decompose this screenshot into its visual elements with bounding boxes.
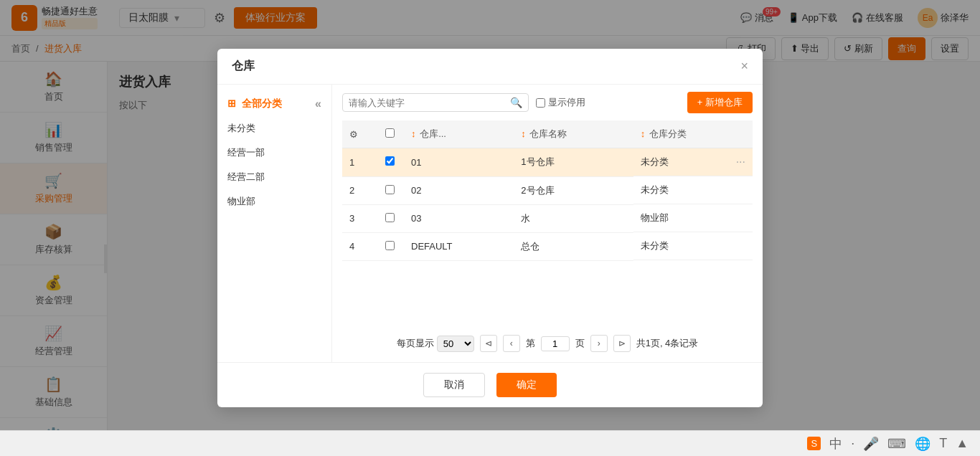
row-checkbox-cell [378, 176, 404, 204]
text-icon[interactable]: T [939, 436, 947, 451]
row-code: 02 [404, 176, 514, 204]
row-checkbox-cell [378, 232, 404, 260]
warehouse-table: ⚙ ↕ 仓库... ↕ [342, 120, 753, 261]
category-item-property[interactable]: 物业部 [217, 189, 331, 214]
all-categories-label: 全部分类 [242, 98, 282, 109]
category-item-operations1[interactable]: 经营一部 [217, 141, 331, 165]
row-code: 03 [404, 204, 514, 232]
modal-title: 仓库 [232, 59, 255, 74]
modal-overlay: 仓库 × ⊞ 全部分类 « 未分类 经营一部 [0, 0, 980, 456]
sort-icon: ↕ [411, 128, 416, 139]
row-name: 2号仓库 [514, 176, 633, 204]
row-checkbox[interactable] [385, 241, 395, 250]
collapse-icon[interactable]: « [315, 98, 321, 110]
bottom-bar: S 中 · 🎤 ⌨ 🌐 T ▲ [0, 430, 980, 456]
table-panel: 🔍 显示停用 + 新增仓库 ⚙ [332, 85, 763, 362]
category-panel: ⊞ 全部分类 « 未分类 经营一部 经营二部 物业部 [217, 85, 332, 362]
sort-icon: ↕ [521, 128, 526, 139]
modal-body: ⊞ 全部分类 « 未分类 经营一部 经营二部 物业部 [217, 85, 763, 362]
row-code: DEFAULT [404, 232, 514, 260]
next-page-button[interactable]: › [590, 335, 608, 352]
row-number: 1 [342, 148, 378, 177]
row-number: 4 [342, 232, 378, 260]
show-disabled-checkbox[interactable] [536, 98, 545, 108]
prev-page-button[interactable]: ‹ [503, 335, 520, 352]
row-checkbox[interactable] [385, 156, 395, 166]
col-settings: ⚙ [342, 120, 378, 148]
col-category: ↕ 仓库分类 [633, 120, 753, 148]
row-code: 01 [404, 148, 514, 177]
modal-footer: 取消 确定 [217, 362, 763, 407]
show-disabled-label[interactable]: 显示停用 [536, 96, 585, 109]
keyboard-icon[interactable]: ⌨ [887, 436, 906, 452]
category-item-operations2[interactable]: 经营二部 [217, 165, 331, 189]
col-checkbox [378, 120, 404, 148]
row-name: 1号仓库 [514, 148, 633, 177]
col-code: ↕ 仓库... [404, 120, 514, 148]
row-category: 物业部 [633, 204, 753, 232]
page-number-input[interactable] [541, 336, 570, 351]
row-actions-icon[interactable]: ··· [736, 156, 745, 168]
globe-icon[interactable]: 🌐 [915, 436, 930, 452]
cancel-button[interactable]: 取消 [423, 373, 485, 397]
first-page-button[interactable]: ⊲ [480, 335, 497, 352]
grid-icon: ⊞ [227, 98, 236, 109]
dot-icon: · [851, 436, 854, 451]
row-checkbox-cell [378, 148, 404, 177]
row-number: 3 [342, 204, 378, 232]
pagination: 每页显示 50 10 20 100 ⊲ ‹ 第 页 › ⊳ [342, 326, 753, 355]
row-category: 未分类 [633, 176, 753, 204]
settings-col-icon[interactable]: ⚙ [349, 129, 358, 140]
row-category: 未分类 ··· [633, 148, 753, 176]
confirm-button[interactable]: 确定 [496, 373, 557, 397]
per-page-label: 每页显示 [397, 337, 434, 350]
search-input[interactable] [349, 98, 510, 108]
select-all-checkbox[interactable] [385, 128, 395, 138]
table-row[interactable]: 1 01 1号仓库 未分类 ··· [342, 148, 753, 177]
search-icon: 🔍 [510, 97, 522, 108]
search-box: 🔍 [342, 93, 529, 112]
mic-icon[interactable]: 🎤 [863, 436, 879, 452]
page-suffix: 页 [575, 337, 585, 350]
sort-icon: ↕ [641, 128, 646, 139]
show-disabled-text: 显示停用 [548, 96, 585, 109]
category-item-unclassified[interactable]: 未分类 [217, 116, 331, 141]
table-row[interactable]: 4 DEFAULT 总仓 未分类 [342, 232, 753, 260]
row-checkbox-cell [378, 204, 404, 232]
all-categories-header[interactable]: ⊞ 全部分类 « [217, 92, 331, 116]
total-info: 共1页, 4条记录 [636, 337, 699, 350]
table-header-row: ⚙ ↕ 仓库... ↕ [342, 120, 753, 148]
table-row[interactable]: 3 03 水 物业部 [342, 204, 753, 232]
up-arrow-icon[interactable]: ▲ [956, 436, 969, 451]
table-row[interactable]: 2 02 2号仓库 未分类 [342, 176, 753, 204]
row-checkbox[interactable] [385, 185, 395, 194]
row-category: 未分类 [633, 232, 753, 260]
page-prefix: 第 [526, 337, 535, 350]
table-scroll-area: ⚙ ↕ 仓库... ↕ [342, 120, 753, 326]
modal-close-button[interactable]: × [740, 59, 748, 74]
row-checkbox[interactable] [385, 213, 395, 222]
brand-s-icon: S [807, 437, 821, 450]
row-name: 水 [514, 204, 633, 232]
row-number: 2 [342, 176, 378, 204]
last-page-button[interactable]: ⊳ [613, 335, 631, 352]
per-page-select[interactable]: 50 10 20 100 [437, 336, 474, 352]
table-toolbar: 🔍 显示停用 + 新增仓库 [342, 92, 753, 113]
per-page-selector: 每页显示 50 10 20 100 [397, 336, 474, 352]
chinese-input-icon[interactable]: 中 [829, 435, 842, 452]
modal-header: 仓库 × [217, 49, 763, 85]
row-name: 总仓 [514, 232, 633, 260]
col-name: ↕ 仓库名称 [514, 120, 633, 148]
add-warehouse-button[interactable]: + 新增仓库 [687, 92, 753, 113]
warehouse-modal: 仓库 × ⊞ 全部分类 « 未分类 经营一部 [217, 49, 763, 407]
